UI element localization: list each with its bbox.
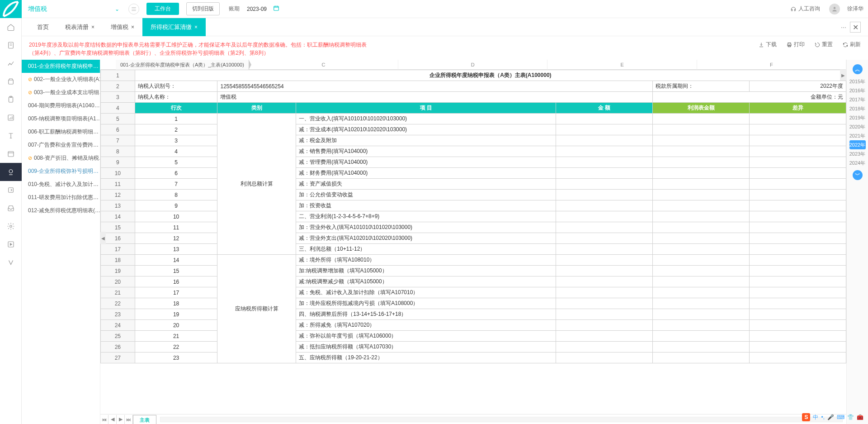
value-cell[interactable] [750, 266, 846, 276]
tree-item[interactable]: 005-纳税调整项目明细表(A1… [22, 112, 100, 125]
year-button[interactable]: 2024年 [849, 158, 866, 167]
value-cell[interactable] [750, 124, 846, 135]
value-cell[interactable] [750, 287, 846, 298]
ime-toolbox-icon[interactable]: 🧰 [857, 414, 863, 420]
value-cell[interactable] [556, 276, 653, 287]
row-number-cell[interactable]: 23 [135, 353, 217, 363]
value-cell[interactable] [750, 255, 846, 266]
row-header[interactable]: 13 [101, 200, 135, 211]
value-cell[interactable] [653, 146, 750, 157]
value-cell[interactable] [653, 124, 750, 135]
item-cell[interactable]: 加：投资收益 [296, 200, 556, 211]
item-cell[interactable]: 减：弥补以前年度亏损（填写A106000） [296, 331, 556, 342]
nav-inbox-icon[interactable] [0, 199, 22, 217]
sheet-tab-prev-icon[interactable]: ◀ [108, 415, 117, 424]
value-cell[interactable] [750, 233, 846, 244]
tree-item[interactable]: 007-广告费和业务宣传费跨… [22, 138, 100, 152]
value-cell[interactable] [556, 211, 653, 222]
nav-v-icon[interactable] [0, 253, 22, 272]
value-cell[interactable] [653, 331, 750, 342]
row-header[interactable]: 21 [101, 287, 135, 298]
row-number-cell[interactable]: 13 [135, 244, 217, 255]
ime-punct-icon[interactable]: •, [821, 414, 825, 420]
item-cell[interactable]: 减:纳税调整减少额（填写A105000） [296, 276, 556, 287]
value-cell[interactable] [556, 222, 653, 233]
value-cell[interactable] [556, 309, 653, 320]
switch-version-button[interactable]: 切到旧版 [186, 2, 220, 15]
company-chevron-down-icon[interactable]: ⌄ [115, 6, 119, 12]
row-header[interactable]: 18 [101, 255, 135, 266]
nav-calendar-icon[interactable] [0, 145, 22, 163]
value-cell[interactable] [556, 266, 653, 276]
sheet-tab-next-icon[interactable]: ▶ [117, 415, 125, 424]
tree-item[interactable]: 012-减免所得税优惠明细表(… [22, 204, 100, 217]
value-cell[interactable] [750, 298, 846, 309]
tree-item[interactable]: 011-研发费用加计扣除优惠… [22, 191, 100, 204]
value-cell[interactable] [653, 320, 750, 331]
value-cell[interactable] [750, 135, 846, 146]
value-cell[interactable] [653, 233, 750, 244]
row-number-cell[interactable]: 7 [135, 179, 217, 190]
value-cell[interactable] [653, 222, 750, 233]
value-cell[interactable] [653, 342, 750, 353]
row-header[interactable]: 9 [101, 157, 135, 168]
tree-item[interactable]: ⊘008-资产折旧、摊销及纳税… [22, 152, 100, 165]
year-down-icon[interactable]: ︾ [853, 170, 863, 180]
year-button[interactable]: 2016年 [849, 86, 866, 95]
tab[interactable]: 税表清册× [57, 18, 103, 36]
tree-item[interactable]: 010-免税、减计收入及加计… [22, 178, 100, 191]
ime-skin-icon[interactable]: 👕 [847, 414, 854, 420]
value-cell[interactable] [556, 200, 653, 211]
item-cell[interactable]: 五、应纳税所得额（19-20-21-22） [296, 353, 556, 363]
consult-link[interactable]: 人工咨询 [790, 5, 820, 13]
value-cell[interactable] [653, 168, 750, 179]
year-button[interactable]: 2022年 [849, 140, 866, 149]
value-cell[interactable] [750, 168, 846, 179]
row-number-cell[interactable]: 14 [135, 255, 217, 266]
row-number-cell[interactable]: 22 [135, 342, 217, 353]
value-cell[interactable] [750, 244, 846, 255]
sheet-bottom-tab[interactable]: 主表 [133, 415, 156, 424]
item-cell[interactable]: 减：资产减值损失 [296, 179, 556, 190]
value-cell[interactable] [653, 211, 750, 222]
item-cell[interactable]: 减：所得减免（填写A107020） [296, 320, 556, 331]
tab-close-icon[interactable]: × [91, 18, 94, 36]
item-cell[interactable]: 一、营业收入(填写A101010\101020\103000) [296, 114, 556, 124]
row-header[interactable]: 17 [101, 244, 135, 255]
row-header[interactable]: 19 [101, 266, 135, 276]
sheet-expand-handle[interactable]: ▶ [840, 70, 846, 81]
item-cell[interactable]: 加：公允价值变动收益 [296, 190, 556, 200]
row-number-cell[interactable]: 19 [135, 309, 217, 320]
period-value[interactable]: 2023-09 [247, 6, 267, 12]
value-cell[interactable] [653, 200, 750, 211]
nav-clipboard-icon[interactable] [0, 91, 22, 109]
value-cell[interactable] [750, 320, 846, 331]
sheet-tab-first-icon[interactable]: ⏮ [100, 415, 108, 424]
row-number-cell[interactable]: 16 [135, 276, 217, 287]
item-cell[interactable]: 减：免税、减计收入及加计扣除（填写A107010） [296, 287, 556, 298]
value-cell[interactable] [750, 331, 846, 342]
nav-chart-icon[interactable] [0, 54, 22, 72]
value-cell[interactable] [653, 114, 750, 124]
row-number-cell[interactable]: 21 [135, 331, 217, 342]
row-header[interactable]: 27 [101, 353, 135, 363]
value-cell[interactable] [653, 287, 750, 298]
year-button[interactable]: 2017年 [849, 95, 866, 104]
sheet-path-tab[interactable]: 001-企业所得税年度纳税申报表（A类）_主表(A100000) [116, 60, 249, 70]
row-number-cell[interactable]: 6 [135, 168, 217, 179]
item-cell[interactable]: 减：税金及附加 [296, 135, 556, 146]
row-number-cell[interactable]: 18 [135, 298, 217, 309]
row-header[interactable]: 12 [101, 190, 135, 200]
value-cell[interactable] [750, 342, 846, 353]
row-number-cell[interactable]: 20 [135, 320, 217, 331]
spreadsheet-grid[interactable]: 1企业所得税年度纳税申报表（A类）主表(A100000) 2 纳税人识别号： 1… [100, 70, 846, 414]
row-number-cell[interactable]: 10 [135, 211, 217, 222]
horizontal-scrollbar[interactable] [160, 417, 843, 422]
value-cell[interactable] [556, 353, 653, 363]
row-header[interactable]: 14 [101, 211, 135, 222]
value-cell[interactable] [750, 157, 846, 168]
tree-item[interactable]: 006-职工薪酬纳税调整明细… [22, 125, 100, 138]
tabs-more-icon[interactable]: ⋯ [841, 24, 846, 31]
value-cell[interactable] [556, 157, 653, 168]
calendar-icon[interactable] [273, 5, 279, 13]
